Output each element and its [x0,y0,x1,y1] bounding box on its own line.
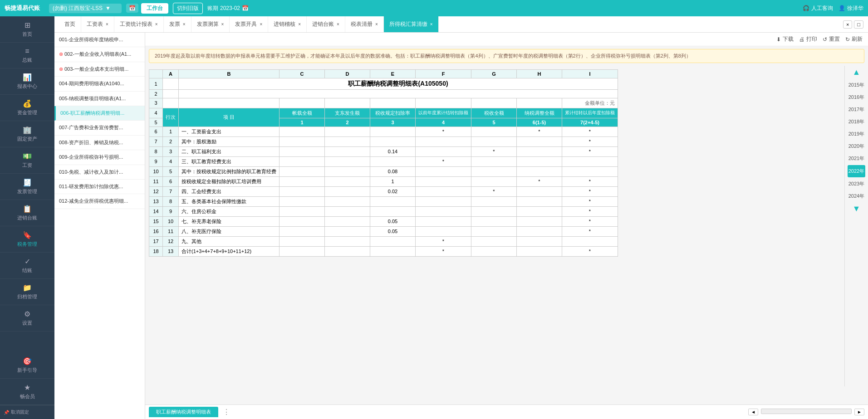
row-label-cell[interactable]: 其中：按税收规定比例扣除的职工教育经费 [179,166,280,176]
row-label-cell[interactable]: 按税收规定全额扣除的职工培训费用 [179,176,280,186]
row-i-cell[interactable] [562,166,618,176]
row-e-cell[interactable] [370,127,416,136]
download-button[interactable]: ⬇ 下载 [776,35,794,43]
sidebar-footer[interactable]: 📌 取消固定 [0,405,54,419]
year-item[interactable]: 2024年 [846,190,867,202]
tab-salary-stats[interactable]: 工资统计报表 × [114,16,164,33]
row-d-cell[interactable] [325,236,370,246]
spreadsheet-container[interactable]: A B C D E F G H I [145,66,844,405]
row-e-cell[interactable]: 0.05 [370,216,416,226]
sidebar-item-reports[interactable]: 📊 报表中心 [0,68,54,95]
row-e-cell[interactable] [370,156,416,166]
row-c-cell[interactable] [280,136,325,146]
row-g-cell[interactable] [471,176,517,186]
row-label-cell[interactable]: 四、工会经费支出 [179,186,280,196]
row-label-cell[interactable]: 六、住房公积金 [179,206,280,216]
row-h-cell[interactable] [517,216,562,226]
sheet-menu-icon[interactable]: ⋮ [223,408,230,416]
row-h-cell[interactable] [517,226,562,236]
scroll-down-button[interactable]: ▼ [845,202,868,215]
row-f-cell[interactable] [416,226,471,236]
row-g-cell[interactable] [471,196,517,206]
tab-close-all[interactable]: × [843,20,852,29]
row-c-cell[interactable] [280,196,325,206]
row-h-cell[interactable] [517,206,562,216]
row-h-cell[interactable] [517,186,562,196]
year-item[interactable]: 2018年 [846,116,867,128]
row-d-cell[interactable] [325,156,370,166]
year-item[interactable]: 2016年 [846,91,867,103]
tab-invoice[interactable]: 发票 × [164,16,191,33]
sidebar-item-settings[interactable]: ⚙ 设置 [0,305,54,331]
year-item[interactable]: 2020年 [846,140,867,152]
row-c-cell[interactable] [280,216,325,226]
scroll-right-button[interactable]: ► [854,409,864,415]
row-d-cell[interactable] [325,166,370,176]
row-h-cell[interactable] [517,146,562,156]
row-h-cell[interactable]: * [517,127,562,136]
row-i-cell[interactable] [562,236,618,246]
row-h-cell[interactable]: * [517,176,562,186]
year-item[interactable]: 2023年 [846,178,867,190]
row-f-cell[interactable]: * [416,236,471,246]
row-e-cell[interactable] [370,246,416,256]
close-icon[interactable]: × [298,22,301,27]
row-i-cell[interactable]: * [562,186,618,196]
close-icon[interactable]: × [260,22,262,27]
row-e-cell[interactable]: 0.08 [370,166,416,176]
row-label-cell[interactable]: 一、工资薪金支出 [179,127,280,136]
service-button[interactable]: 🎧 人工客询 [803,5,833,12]
close-icon[interactable]: × [183,22,186,27]
company-selector[interactable]: (勿删) 江西殷宝-LSS ▼ [49,4,122,13]
row-g-cell[interactable] [471,246,517,256]
row-f-cell[interactable]: * [416,246,471,256]
row-d-cell[interactable] [325,196,370,206]
row-i-cell[interactable]: * [562,176,618,186]
row-i-cell[interactable]: * [562,136,618,146]
left-panel-item-004[interactable]: 004-期间费用明细表(A1040... [54,77,145,91]
close-icon[interactable]: × [430,22,433,27]
left-panel-item-010[interactable]: 010-免税、减计收入及加计... [54,165,145,180]
row-c-cell[interactable] [280,127,325,136]
row-c-cell[interactable] [280,236,325,246]
row-label-cell[interactable]: 九、其他 [179,236,280,246]
tab-expand[interactable]: □ [854,20,863,29]
year-item[interactable]: 2015年 [846,79,867,91]
row-e-cell[interactable]: 0.05 [370,226,416,236]
row-c-cell[interactable] [280,206,325,216]
row-h-cell[interactable] [517,156,562,166]
row-g-cell[interactable] [471,136,517,146]
left-panel-item-007[interactable]: 007-广告费和业务宣传费暂... [54,121,145,135]
left-panel-item-012[interactable]: 012-减免企业所得税优惠明细... [54,194,145,209]
row-h-cell[interactable] [517,136,562,146]
scroll-up-button[interactable]: ▲ [845,66,868,79]
row-f-cell[interactable] [416,216,471,226]
close-icon[interactable]: × [337,22,339,27]
row-d-cell[interactable] [325,206,370,216]
row-e-cell[interactable] [370,206,416,216]
sidebar-item-tax[interactable]: 🔖 税务管理 [0,226,54,253]
sidebar-item-sales[interactable]: 📋 进销台账 [0,200,54,226]
row-c-cell[interactable] [280,146,325,156]
left-panel-item-008[interactable]: 008-资产折旧、摊销及纳税... [54,136,145,150]
left-panel-item-006[interactable]: 006-职工薪酬纳税调整明细... [54,106,145,121]
row-f-cell[interactable] [416,186,471,196]
year-item[interactable]: 2019年 [846,128,867,140]
close-icon[interactable]: × [106,22,108,27]
row-e-cell[interactable]: 1 [370,176,416,186]
row-f-cell[interactable]: * [416,127,471,136]
tab-tax-list[interactable]: 税表清册 × [345,16,384,33]
row-f-cell[interactable]: * [416,156,471,166]
row-i-cell[interactable]: * [562,146,618,156]
row-e-cell[interactable] [370,136,416,146]
row-c-cell[interactable] [280,156,325,166]
left-panel-item-003[interactable]: ⊗003-一般企业成本支出明细... [54,62,145,77]
row-label-cell[interactable]: 三、职工教育经费支出 [179,156,280,166]
row-f-cell[interactable] [416,136,471,146]
row-g-cell[interactable] [471,166,517,176]
row-f-cell[interactable] [416,196,471,206]
row-i-cell[interactable]: * [562,216,618,226]
row-i-cell[interactable]: * [562,206,618,216]
row-g-cell[interactable] [471,206,517,216]
workbench-button[interactable]: 工作台 [141,3,168,14]
